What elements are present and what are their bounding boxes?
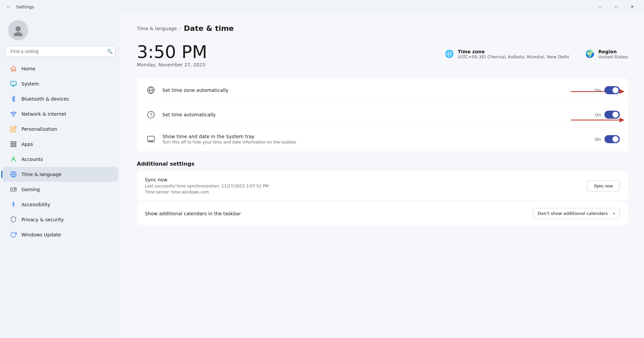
- sidebar-item-label-gaming: Gaming: [21, 187, 40, 192]
- region-value: United States: [598, 54, 628, 59]
- show-tray-right: On: [595, 135, 620, 143]
- toggle-settings-card: Set time zone automatically On: [137, 78, 628, 151]
- maximize-button[interactable]: □: [608, 1, 624, 12]
- avatar: [8, 20, 28, 40]
- show-tray-toggle[interactable]: [604, 135, 620, 143]
- set-timezone-toggle[interactable]: [604, 86, 620, 94]
- sidebar-item-apps[interactable]: Apps: [3, 137, 118, 152]
- calendar-dropdown-value: Don't show additional calendars: [538, 211, 608, 216]
- timezone-icon: 🌐: [445, 50, 454, 58]
- calendar-label: Show additional calendars in the taskbar: [145, 211, 241, 216]
- show-time-tray-row: Show time and date in the System tray Tu…: [137, 127, 628, 151]
- close-icon: ✕: [631, 4, 634, 9]
- additional-settings-title: Additional settings: [137, 161, 628, 167]
- svg-rect-8: [11, 145, 13, 147]
- sidebar-item-bluetooth[interactable]: Bluetooth & devices: [3, 92, 118, 106]
- close-button[interactable]: ✕: [625, 1, 640, 12]
- breadcrumb-current: Date & time: [184, 24, 234, 33]
- svg-rect-26: [148, 136, 154, 141]
- calendar-dropdown[interactable]: Don't show additional calendars ▾: [533, 208, 620, 219]
- sidebar-item-privacy[interactable]: Privacy & security: [3, 212, 118, 227]
- svg-rect-28: [150, 141, 152, 142]
- sidebar-item-label-accessibility: Accessibility: [21, 202, 50, 207]
- sidebar-item-system[interactable]: System: [3, 76, 118, 91]
- sync-main: Sync now Last successful time synchroniz…: [145, 177, 620, 194]
- set-timezone-title: Set time zone automatically: [162, 88, 595, 93]
- gaming-icon: [9, 185, 17, 193]
- search-icon-button[interactable]: 🔍: [107, 49, 113, 54]
- sync-server: Time server: time.windows.com: [145, 190, 269, 194]
- sidebar-item-gaming[interactable]: Gaming: [3, 182, 118, 197]
- set-timezone-right: On: [595, 86, 620, 94]
- sync-last: Last successful time synchronization: 11…: [145, 184, 269, 188]
- sync-card: Sync now Last successful time synchroniz…: [137, 171, 628, 201]
- home-icon: [9, 65, 17, 73]
- calendar-card: Show additional calendars in the taskbar…: [137, 202, 628, 225]
- sidebar-item-time[interactable]: Time & language: [3, 167, 118, 182]
- sidebar-item-label-personalization: Personalization: [21, 126, 57, 132]
- sidebar-item-network[interactable]: Network & internet: [3, 107, 118, 121]
- sidebar-item-label-windows-update: Windows Update: [21, 232, 61, 237]
- toggle-thumb-3: [612, 136, 619, 142]
- breadcrumb-parent[interactable]: Time & language: [137, 26, 177, 31]
- time-icon: [9, 170, 17, 178]
- sidebar-item-home[interactable]: Home: [3, 61, 118, 76]
- search-input[interactable]: [5, 46, 115, 57]
- svg-point-0: [15, 26, 21, 32]
- show-tray-on-label: On: [595, 137, 601, 142]
- search-container: 🔍: [5, 46, 115, 57]
- sidebar-nav: HomeSystemBluetooth & devicesNetwork & i…: [0, 60, 121, 333]
- time-row-icon: [145, 109, 157, 121]
- show-tray-title: Show time and date in the System tray: [162, 134, 595, 139]
- minimize-button[interactable]: ─: [592, 1, 608, 12]
- timezone-row-icon: [145, 84, 157, 96]
- set-timezone-on-label: On: [595, 88, 601, 93]
- profile-section: [0, 13, 121, 46]
- svg-rect-14: [11, 188, 16, 191]
- set-time-toggle[interactable]: [604, 111, 620, 119]
- sidebar-item-windows-update[interactable]: Windows Update: [3, 227, 118, 242]
- region-label: Region: [598, 49, 628, 54]
- time-display: 3:50 PM Monday, November 27, 2023: [137, 43, 207, 67]
- sync-now-button[interactable]: Sync now: [587, 180, 620, 191]
- sidebar-item-accessibility[interactable]: Accessibility: [3, 197, 118, 212]
- svg-rect-2: [11, 81, 16, 86]
- svg-point-5: [13, 116, 14, 117]
- sync-info-block: Sync now Last successful time synchroniz…: [145, 177, 269, 194]
- sidebar-item-label-privacy: Privacy & security: [21, 217, 64, 222]
- sync-title: Sync now: [145, 177, 269, 182]
- apps-icon: [9, 140, 17, 148]
- chevron-down-icon: ▾: [613, 212, 615, 215]
- back-button[interactable]: ←: [4, 2, 13, 11]
- app-title: Settings: [16, 4, 34, 9]
- time-info-row: 🌐 Time zone (UTC+05:30) Chennai, Kolkata…: [445, 49, 628, 59]
- region-block: 🌍 Region United States: [585, 49, 628, 59]
- set-timezone-row: Set time zone automatically On: [137, 78, 628, 103]
- bluetooth-icon: [9, 95, 17, 103]
- timezone-value: (UTC+05:30) Chennai, Kolkata, Mumbai, Ne…: [458, 54, 569, 59]
- region-icon: 🌍: [585, 50, 594, 58]
- tray-row-icon: [145, 133, 157, 145]
- back-icon: ←: [6, 4, 11, 9]
- windows-update-icon: [9, 231, 17, 239]
- timezone-block: 🌐 Time zone (UTC+05:30) Chennai, Kolkata…: [445, 49, 569, 59]
- window-controls: ─ □ ✕: [592, 1, 640, 12]
- main-content: Time & language › Date & time 3:50 PM Mo…: [121, 13, 644, 338]
- maximize-icon: □: [615, 4, 617, 9]
- sidebar-item-label-system: System: [21, 81, 39, 87]
- sidebar-item-personalization[interactable]: Personalization: [3, 122, 118, 136]
- svg-point-15: [14, 189, 15, 190]
- system-icon: [9, 80, 17, 88]
- svg-rect-9: [14, 145, 16, 147]
- personalization-icon: [9, 125, 17, 133]
- sidebar-item-accounts[interactable]: Accounts: [3, 152, 118, 167]
- toggle-thumb: [612, 87, 619, 93]
- toggle-thumb-2: [612, 112, 619, 118]
- set-time-row: Set time automatically On: [137, 103, 628, 127]
- timezone-label: Time zone: [458, 49, 569, 54]
- accessibility-icon: [9, 201, 17, 209]
- current-time: 3:50 PM: [137, 43, 207, 61]
- show-tray-subtitle: Turn this off to hide your time and date…: [162, 140, 595, 145]
- svg-rect-6: [11, 142, 13, 144]
- current-date: Monday, November 27, 2023: [137, 62, 207, 67]
